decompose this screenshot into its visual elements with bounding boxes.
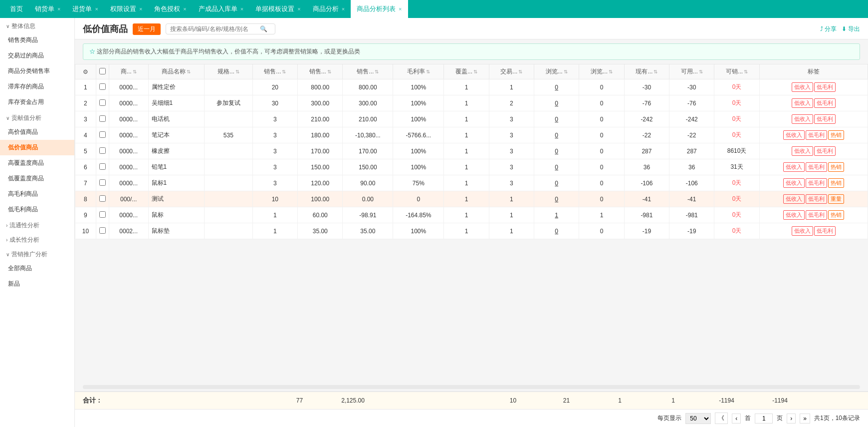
sidebar-item-high-value[interactable]: 高价值商品: [0, 124, 74, 140]
browse-link[interactable]: 0: [555, 100, 558, 107]
browse-link[interactable]: 0: [555, 132, 558, 139]
sidebar-item-inventory-capital[interactable]: 库存资金占用: [0, 94, 74, 110]
nav-template-setting[interactable]: 单据模板设置 ×: [249, 0, 306, 18]
cell-code: 0002...: [109, 223, 148, 239]
tag: 热销: [828, 130, 844, 140]
cell-checkbox[interactable]: [96, 223, 109, 239]
sidebar-group-contribution-arrow[interactable]: ∨: [6, 115, 9, 121]
sidebar-item-high-margin[interactable]: 高毛利商品: [0, 186, 74, 202]
cell-checkbox[interactable]: [96, 95, 109, 111]
prev-page-button[interactable]: ‹: [732, 414, 741, 424]
row-checkbox[interactable]: [99, 99, 106, 106]
nav-purchase-order[interactable]: 进货单 ×: [66, 0, 104, 18]
row-checkbox[interactable]: [99, 195, 106, 202]
page-title: 低价值商品: [83, 23, 128, 35]
sidebar-group-marketing-arrow[interactable]: ∨: [6, 252, 9, 257]
search-input[interactable]: [170, 25, 260, 32]
cell-sales-qty: 1: [252, 207, 297, 223]
nav-permission-close[interactable]: ×: [139, 6, 142, 12]
row-checkbox[interactable]: [99, 147, 106, 154]
nav-home[interactable]: 首页: [4, 0, 29, 18]
row-checkbox[interactable]: [99, 163, 106, 170]
page-size-select[interactable]: 50 10 20 100: [685, 413, 711, 424]
sidebar-item-new-goods[interactable]: 新品: [0, 276, 74, 292]
sidebar-group-growth-arrow[interactable]: ›: [6, 237, 7, 243]
tag: 低毛利: [806, 210, 827, 220]
footer-browse2: 1: [647, 397, 700, 404]
nav-purchase-order-close[interactable]: ×: [95, 6, 98, 12]
first-page-button[interactable]: 《: [715, 413, 728, 424]
sidebar-item-low-margin[interactable]: 低毛利商品: [0, 202, 74, 217]
nav-template-setting-close[interactable]: ×: [297, 6, 300, 12]
browse-link[interactable]: 0: [555, 196, 558, 203]
cell-sales-qty: 20: [252, 79, 297, 95]
days-display: 31天: [730, 163, 743, 170]
page-number-input[interactable]: [755, 414, 773, 424]
cell-checkbox[interactable]: [96, 111, 109, 127]
nav-sales-order-close[interactable]: ×: [57, 6, 60, 12]
sidebar-item-category-sales-rate[interactable]: 商品分类销售率: [0, 63, 74, 79]
nav-role-close[interactable]: ×: [183, 6, 186, 12]
last-page-button[interactable]: »: [800, 414, 810, 424]
days-display: 8610天: [727, 147, 747, 154]
tag: 低收入: [783, 130, 805, 140]
share-button[interactable]: ⤴ 分享: [820, 25, 837, 33]
browse-link[interactable]: 0: [555, 164, 558, 171]
sidebar-item-sluggish-goods[interactable]: 滞库存的商品: [0, 79, 74, 94]
row-checkbox[interactable]: [99, 227, 106, 234]
col-transaction: 交易...⇅: [489, 64, 534, 79]
sidebar-item-all-goods[interactable]: 全部商品: [0, 261, 74, 276]
cell-gross-rate: 100%: [393, 95, 444, 111]
cell-sales-qty: 3: [252, 111, 297, 127]
row-checkbox[interactable]: [99, 83, 106, 90]
nav-product-analysis-close[interactable]: ×: [342, 6, 345, 12]
row-checkbox[interactable]: [99, 115, 106, 122]
cell-checkbox[interactable]: [96, 191, 109, 207]
browse-link[interactable]: 0: [555, 148, 558, 155]
cell-browse1: 1: [534, 207, 579, 223]
browse-link[interactable]: 1: [555, 212, 558, 219]
sidebar-item-sales-goods[interactable]: 销售类商品: [0, 32, 74, 48]
nav-product-inbound[interactable]: 产成品入库单 ×: [193, 0, 249, 18]
browse-link[interactable]: 0: [555, 116, 558, 123]
cell-checkbox[interactable]: [96, 143, 109, 159]
row-checkbox[interactable]: [99, 211, 106, 218]
tag: 热销: [828, 210, 844, 220]
col-checkbox[interactable]: [96, 64, 109, 79]
browse-link[interactable]: 0: [555, 180, 558, 187]
cell-checkbox[interactable]: [96, 127, 109, 143]
cell-checkbox[interactable]: [96, 159, 109, 175]
cell-num: 1: [75, 79, 96, 95]
export-button[interactable]: ⬇ 导出: [842, 25, 860, 33]
nav-product-inbound-close[interactable]: ×: [240, 6, 243, 12]
days-display: 0天: [732, 99, 742, 106]
browse-link[interactable]: 0: [555, 84, 558, 91]
sidebar-item-low-value[interactable]: 低价值商品: [0, 140, 74, 155]
nav-sales-order[interactable]: 销货单 ×: [29, 0, 66, 18]
col-settings[interactable]: ⚙: [75, 64, 96, 79]
cell-coverage: 1: [444, 111, 489, 127]
filter-recent-month-button[interactable]: 近一月: [133, 23, 161, 35]
sidebar-group-circulation-arrow[interactable]: ›: [6, 223, 7, 228]
sidebar-group-overall-arrow[interactable]: ∨: [6, 23, 9, 29]
cell-browse2: 1: [579, 207, 624, 223]
select-all-checkbox[interactable]: [99, 68, 106, 74]
cell-checkbox[interactable]: [96, 207, 109, 223]
sidebar-item-high-coverage[interactable]: 高覆盖度商品: [0, 155, 74, 171]
browse-link[interactable]: 0: [555, 228, 558, 235]
sidebar-item-traded-goods[interactable]: 交易过的商品: [0, 48, 74, 63]
nav-product-analysis-list-close[interactable]: ×: [399, 6, 402, 12]
nav-role[interactable]: 角色授权 ×: [148, 0, 192, 18]
row-checkbox[interactable]: [99, 131, 106, 138]
row-checkbox[interactable]: [99, 179, 106, 186]
search-icon[interactable]: 🔍: [260, 25, 267, 32]
cell-checkbox[interactable]: [96, 79, 109, 95]
nav-permission[interactable]: 权限设置 ×: [104, 0, 148, 18]
horizontal-scrollbar[interactable]: [83, 385, 860, 389]
next-page-button[interactable]: ›: [787, 414, 796, 424]
sidebar-item-low-coverage[interactable]: 低覆盖度商品: [0, 171, 74, 186]
nav-product-analysis-list[interactable]: 商品分析列表 ×: [351, 0, 408, 18]
nav-product-analysis[interactable]: 商品分析 ×: [307, 0, 351, 18]
cell-checkbox[interactable]: [96, 175, 109, 191]
cell-current: -76: [624, 95, 669, 111]
